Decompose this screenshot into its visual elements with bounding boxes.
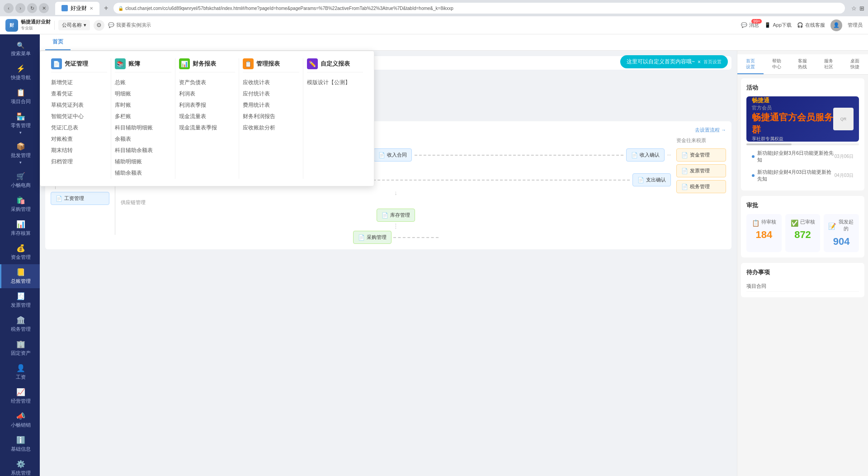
dropdown-item-subject-balance[interactable]: 科目辅助余额表 xyxy=(115,145,171,156)
sidebar-item-accounting[interactable]: 📒 总账管理 xyxy=(0,264,40,288)
sidebar-item-marketing[interactable]: 📣 小畅销销 xyxy=(0,408,40,432)
settings-gear-button[interactable]: ⚙ xyxy=(94,20,104,31)
dropdown-item-new-voucher[interactable]: 新增凭证 xyxy=(51,77,107,88)
divider-1 xyxy=(54,21,55,30)
dropdown-item-balance-sheet[interactable]: 资产负债表 xyxy=(179,77,235,88)
back-button[interactable]: ‹ xyxy=(4,3,14,13)
approval-card-approved[interactable]: ✅ 已审核 872 xyxy=(785,214,821,252)
app-download-button[interactable]: 📱 App下载 xyxy=(764,22,792,29)
online-service-button[interactable]: 🎧 在线客服 xyxy=(797,22,825,29)
right-tab-desktop-quick[interactable]: 桌面快捷 xyxy=(842,54,868,74)
sidebar-item-basic[interactable]: ℹ️ 基础信息 xyxy=(0,432,40,456)
user-avatar[interactable]: 👤 xyxy=(830,19,842,31)
dropdown-item-multi[interactable]: 多栏账 xyxy=(115,111,171,122)
flow-box-income-confirm[interactable]: 📄 收入确认 xyxy=(626,148,665,162)
sidebar-item-wholesale[interactable]: 📦 批发管理 ▾ xyxy=(0,138,40,168)
dropdown-item-view-voucher[interactable]: 查看凭证 xyxy=(51,88,107,100)
dropdown-item-voucher-summary[interactable]: 凭证汇总表 xyxy=(51,122,107,133)
flow-box-capital[interactable]: 📄 资金管理 xyxy=(676,148,726,162)
dropdown-item-cash-flow[interactable]: 现金流量表 xyxy=(179,111,235,122)
flow-box-inventory-label: 库存管理 xyxy=(390,212,410,219)
sidebar-item-ecommerce[interactable]: 🛒 小畅电商 xyxy=(0,168,40,192)
dropdown-item-income-quarterly[interactable]: 利润表季报 xyxy=(179,100,235,111)
demo-button[interactable]: 💬 我要看实例演示 xyxy=(108,22,151,29)
flow-box-purchase[interactable]: 📄 采购管理 xyxy=(353,231,392,244)
dropdown-item-profit-report[interactable]: 财务利润报告 xyxy=(243,111,299,122)
dropdown-item-payable[interactable]: 应付统计表 xyxy=(243,88,299,100)
dropdown-item-cash-flow-quarterly[interactable]: 现金流量表季报 xyxy=(179,122,235,133)
sidebar-item-inventory[interactable]: 📊 库存核算 xyxy=(0,216,40,240)
notification-button[interactable]: 💬 消息 99+ xyxy=(741,22,759,29)
dropdown-item-receivable-analysis[interactable]: 应收账款分析 xyxy=(243,122,299,133)
sidebar-item-quick-nav[interactable]: ⚡ 快捷导航 xyxy=(0,61,40,85)
banner-brand: 畅捷通 xyxy=(752,96,833,105)
tab-close-button[interactable]: ✕ xyxy=(90,6,93,11)
active-tab[interactable]: 好业财 ✕ xyxy=(55,2,99,15)
delete-button[interactable]: ✕ xyxy=(39,3,49,13)
user-name[interactable]: 管理员 xyxy=(848,22,863,29)
home-settings-link[interactable]: 首页设置 xyxy=(703,59,722,65)
dropdown-item-reconcile[interactable]: 对账检查 xyxy=(51,133,107,145)
sidebar-item-project[interactable]: 📋 项目合同 xyxy=(0,85,40,109)
sidebar-item-finance[interactable]: 💰 资金管理 xyxy=(0,240,40,264)
dropdown-item-period-close[interactable]: 期末结转 xyxy=(51,145,107,156)
tab-home[interactable]: 首页 xyxy=(45,34,71,50)
tab-home-label: 首页 xyxy=(52,38,63,45)
flow-box-invoice-mgmt[interactable]: 📄 发票管理 xyxy=(676,164,726,177)
flow-box-expense-confirm[interactable]: 📄 支出确认 xyxy=(632,173,671,186)
custom-tip-text: 这里可以自定义首页内容哦~ xyxy=(627,58,695,66)
forward-button[interactable]: › xyxy=(15,3,25,13)
flow-vert-line-2 xyxy=(396,224,396,229)
dropdown-item-draft-list[interactable]: 草稿凭证列表 xyxy=(51,100,107,111)
address-bar[interactable]: 🔒 cloud.chanjet.com/cc/u6d89qwnryel/57bf… xyxy=(113,3,845,14)
sidebar-item-salary[interactable]: 👤 工资 xyxy=(0,360,40,384)
sidebar-item-purchase[interactable]: 🛍️ 采购管理 xyxy=(0,192,40,216)
right-tab-home-settings[interactable]: 首页设置 xyxy=(737,54,764,74)
service-icon: 🎧 xyxy=(797,22,803,28)
right-tab-help-center[interactable]: 帮助中心 xyxy=(764,54,790,74)
news-item-2[interactable]: 新功能|好业财4月03日功能更新抢先知 04月03日 xyxy=(746,166,859,185)
new-tab-button[interactable]: + xyxy=(101,4,111,12)
news-title-1: 新功能|好业财3月6日功能更新抢先知 xyxy=(757,150,835,163)
dropdown-item-general[interactable]: 总账 xyxy=(115,77,171,88)
approval-card-my-initiated[interactable]: 📝 我发起的 904 xyxy=(824,214,859,252)
flow-box-inventory[interactable]: 📄 库存管理 xyxy=(377,209,415,222)
sidebar-item-system[interactable]: ⚙️ 系统管理 xyxy=(0,456,40,476)
operation-icon: 📈 xyxy=(16,388,25,396)
dropdown-item-aux-detail[interactable]: 辅助明细账 xyxy=(115,156,171,167)
company-selector[interactable]: 公司名称 ▾ xyxy=(58,20,90,30)
news-item-1[interactable]: 新功能|好业财3月6日功能更新抢先知 03月06日 xyxy=(746,147,859,166)
dropdown-item-receivable[interactable]: 应收统计表 xyxy=(243,77,299,88)
flow-box-tax-mgmt[interactable]: 📄 税务管理 xyxy=(676,180,726,193)
dropdown-item-subject-detail[interactable]: 科目辅助明细账 xyxy=(115,122,171,133)
flow-box-income-contract[interactable]: 📄 收入合同 xyxy=(373,148,412,162)
sidebar-item-fixed-assets[interactable]: 🏢 固定资产 xyxy=(0,336,40,360)
approved-label: 已审核 xyxy=(800,219,815,225)
dropdown-item-template-design[interactable]: 模版设计【公测】 xyxy=(307,77,363,88)
todo-item-project[interactable]: 项目合同 xyxy=(746,281,859,292)
sidebar-item-invoice[interactable]: 🧾 发票管理 xyxy=(0,288,40,312)
flow-box-salary[interactable]: 📄 工资管理 xyxy=(51,192,109,205)
setup-flow-link[interactable]: 去设置流程 → xyxy=(695,127,726,133)
dropdown-item-income[interactable]: 利润表 xyxy=(179,88,235,100)
dropdown-item-expense[interactable]: 费用统计表 xyxy=(243,100,299,111)
dropdown-item-detail[interactable]: 明细账 xyxy=(115,88,171,100)
right-tab-service-community[interactable]: 服务社区 xyxy=(816,54,842,74)
dropdown-item-archive[interactable]: 归档管理 xyxy=(51,156,107,167)
sidebar-label-finance: 资金管理 xyxy=(11,254,31,261)
dropdown-item-time-account[interactable]: 库时账 xyxy=(115,100,171,111)
extensions-icon[interactable]: ⊞ xyxy=(859,5,864,12)
sidebar-item-tax[interactable]: 🏛️ 税务管理 xyxy=(0,312,40,336)
sidebar-item-search[interactable]: 🔍 搜索菜单 xyxy=(0,38,40,61)
dropdown-item-smart-center[interactable]: 智能凭证中心 xyxy=(51,111,107,122)
sidebar-item-operation[interactable]: 📈 经营管理 xyxy=(0,384,40,408)
right-tab-customer-hotline[interactable]: 客服热线 xyxy=(790,54,816,74)
dropdown-item-aux-balance[interactable]: 辅助余额表 xyxy=(115,167,171,179)
sidebar-item-retail[interactable]: 🏪 零售管理 ▾ xyxy=(0,109,40,138)
dropdown-item-balance[interactable]: 余额表 xyxy=(115,133,171,145)
reload-button[interactable]: ↻ xyxy=(27,3,37,13)
demo-label: 我要看实例演示 xyxy=(116,22,151,29)
bookmark-icon[interactable]: ☆ xyxy=(851,5,857,12)
approval-card-pending[interactable]: 📋 待审核 184 xyxy=(746,214,782,252)
custom-tip-close-button[interactable]: × xyxy=(698,59,701,65)
